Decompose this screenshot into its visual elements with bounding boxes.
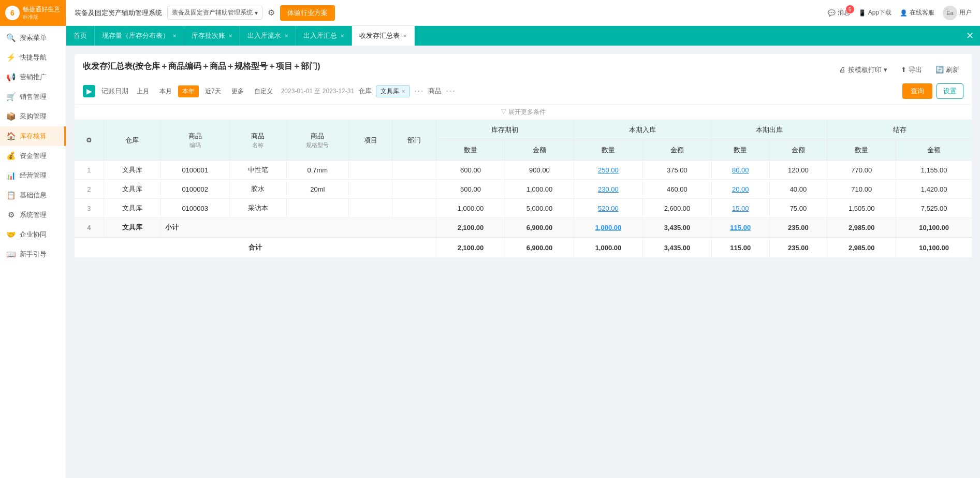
th-in-amt: 金额	[642, 140, 711, 161]
table-row: 3 文具库 0100003 采访本 1,000.00 5,000.00 520.…	[75, 199, 972, 218]
sidebar-item-system[interactable]: ⚙ 系统管理	[0, 205, 66, 225]
warehouse-filter-label: 仓库	[358, 86, 372, 96]
tab-close-inventory-dist[interactable]: ✕	[172, 33, 177, 39]
trial-button[interactable]: 体验行业方案	[280, 5, 335, 21]
sidebar-item-purchase[interactable]: 📦 采购管理	[0, 107, 66, 126]
row-bal-amt: 1,420.00	[896, 180, 972, 199]
tab-inventory-dist[interactable]: 现存量（库存分布表） ✕	[95, 26, 184, 46]
th-out-qty: 数量	[711, 140, 769, 161]
row-open-qty: 500.00	[436, 180, 505, 199]
export-btn[interactable]: ⬆ 导出	[897, 63, 926, 77]
row-dept	[392, 161, 436, 180]
sidebar-item-marketing[interactable]: 📢 营销推广	[0, 67, 66, 87]
goods-more-btn[interactable]: ···	[446, 86, 456, 96]
row-num: 3	[75, 199, 104, 218]
tab-bar: 首页 现存量（库存分布表） ✕ 库存批次账 ✕ 出入库流水 ✕ 出入库汇总 ✕ …	[66, 26, 980, 46]
settings-icon[interactable]: ⚙	[268, 8, 275, 18]
sidebar-item-inventory[interactable]: 🏠 库存核算	[0, 126, 66, 146]
filter-actions: 查询 设置	[902, 83, 963, 99]
row-in-qty[interactable]: 230.00	[574, 180, 642, 199]
th-bal-amt: 金额	[896, 140, 972, 161]
sidebar-item-quick-nav[interactable]: ⚡ 快捷导航	[0, 48, 66, 67]
row-in-qty[interactable]: 250.00	[574, 161, 642, 180]
tab-batch[interactable]: 库存批次账 ✕	[184, 26, 240, 46]
date-btn-this-year[interactable]: 本年	[178, 85, 199, 97]
sidebar-item-basic-info[interactable]: 📋 基础信息	[0, 185, 66, 205]
subtotal-out-qty[interactable]: 115.00	[711, 218, 769, 238]
expand-more-btn[interactable]: ▽ 展开更多条件	[501, 108, 546, 117]
subtotal-in-qty[interactable]: 1,000.00	[574, 218, 642, 238]
query-btn[interactable]: 查询	[902, 83, 932, 99]
row-out-amt: 120.00	[769, 161, 827, 180]
online-service-btn[interactable]: 👤 在线客服	[900, 8, 934, 17]
th-open-amt: 金额	[505, 140, 574, 161]
row-num: 1	[75, 161, 104, 180]
subtotal-bal-amt: 10,100.00	[896, 218, 972, 238]
basic-info-icon: 📋	[6, 191, 16, 200]
th-settings[interactable]: ⚙	[75, 120, 104, 161]
row-out-qty[interactable]: 15.00	[711, 199, 769, 218]
row-num: 2	[75, 180, 104, 199]
sidebar-item-guide[interactable]: 📖 新手引导	[0, 244, 66, 264]
row-bal-amt: 1,155.00	[896, 161, 972, 180]
warehouse-more-btn[interactable]: ···	[414, 86, 424, 96]
date-btn-7days[interactable]: 近7天	[201, 85, 225, 97]
service-icon: 👤	[900, 9, 908, 17]
tab-recv-send-summary[interactable]: 收发存汇总表 ✕	[352, 26, 415, 46]
topbar: 装备及固定资产辅助管理系统 装备及固定资产辅助管理系统 ▾ ⚙ 体验行业方案 💬…	[66, 0, 980, 26]
refresh-btn[interactable]: 🔄 刷新	[931, 63, 963, 77]
row-dept	[392, 180, 436, 199]
tab-inout-summary[interactable]: 出入库汇总 ✕	[296, 26, 352, 46]
row-out-qty[interactable]: 20.00	[711, 180, 769, 199]
row-warehouse: 文具库	[104, 180, 160, 199]
search-icon: 🔍	[6, 33, 16, 42]
sidebar-item-enterprise[interactable]: 🤝 企业协同	[0, 225, 66, 244]
row-out-amt: 75.00	[769, 199, 827, 218]
tab-close-inout-summary[interactable]: ✕	[340, 33, 344, 39]
subtotal-in-amt: 3,435.00	[642, 218, 711, 238]
inventory-icon: 🏠	[6, 132, 16, 141]
avatar: Ea	[943, 6, 957, 20]
user-menu[interactable]: Ea 用户	[943, 6, 972, 20]
notifications-btn[interactable]: 💬 消息 6	[828, 8, 850, 17]
row-in-qty[interactable]: 520.00	[574, 199, 642, 218]
tabs-close-all-btn[interactable]: ✕	[960, 30, 980, 41]
filter-settings-btn[interactable]: 设置	[937, 83, 963, 99]
row-dept	[392, 199, 436, 218]
sidebar-item-search[interactable]: 🔍 搜索菜单	[0, 28, 66, 48]
refresh-icon: 🔄	[935, 66, 944, 74]
row-open-qty: 1,000.00	[436, 199, 505, 218]
tab-close-recv-send-summary[interactable]: ✕	[403, 33, 407, 39]
tab-close-inout-flow[interactable]: ✕	[284, 33, 288, 39]
date-btn-last-month[interactable]: 上月	[133, 85, 153, 97]
date-btn-custom[interactable]: 自定义	[250, 85, 277, 97]
notification-icon: 💬	[828, 9, 836, 17]
date-btn-more[interactable]: 更多	[227, 85, 248, 97]
print-icon: 🖨	[839, 66, 846, 74]
warehouse-tag: 文具库 ✕	[376, 85, 410, 97]
app-download-btn[interactable]: 📱 App下载	[858, 8, 891, 17]
subtotal-out-amt: 235.00	[769, 218, 827, 238]
filter-toggle-btn[interactable]: ▶	[83, 85, 95, 97]
row-bal-qty: 710.00	[827, 180, 896, 199]
row-spec: 0.7mm	[286, 161, 348, 180]
total-open-qty: 2,100.00	[436, 237, 505, 258]
warehouse-tag-close[interactable]: ✕	[401, 89, 405, 94]
tab-close-batch[interactable]: ✕	[228, 33, 232, 39]
page-content: 收发存汇总表(按仓库＋商品编码＋商品＋规格型号＋项目＋部门) 🖨 按模板打印 ▾…	[66, 46, 980, 478]
sidebar-item-finance[interactable]: 💰 资金管理	[0, 146, 66, 166]
row-bal-qty: 770.00	[827, 161, 896, 180]
app-download-icon: 📱	[858, 9, 866, 17]
filter-row: 记账日期 上月 本月 本年 近7天 更多 自定义 2023-01-01 至 20…	[101, 85, 896, 97]
system-selector[interactable]: 装备及固定资产辅助管理系统 ▾	[167, 6, 262, 20]
date-btn-this-month[interactable]: 本月	[155, 85, 176, 97]
sidebar-item-operations[interactable]: 📊 经营管理	[0, 166, 66, 185]
row-out-qty[interactable]: 80.00	[711, 161, 769, 180]
tab-home[interactable]: 首页	[66, 26, 95, 46]
print-template-btn[interactable]: 🖨 按模板打印 ▾	[835, 63, 891, 77]
tab-inout-flow[interactable]: 出入库流水 ✕	[240, 26, 296, 46]
subtotal-label: 小计	[160, 218, 436, 238]
sidebar-item-sales[interactable]: 🛒 销售管理	[0, 87, 66, 107]
subtotal-open-amt: 6,900.00	[505, 218, 574, 238]
row-project	[348, 180, 392, 199]
